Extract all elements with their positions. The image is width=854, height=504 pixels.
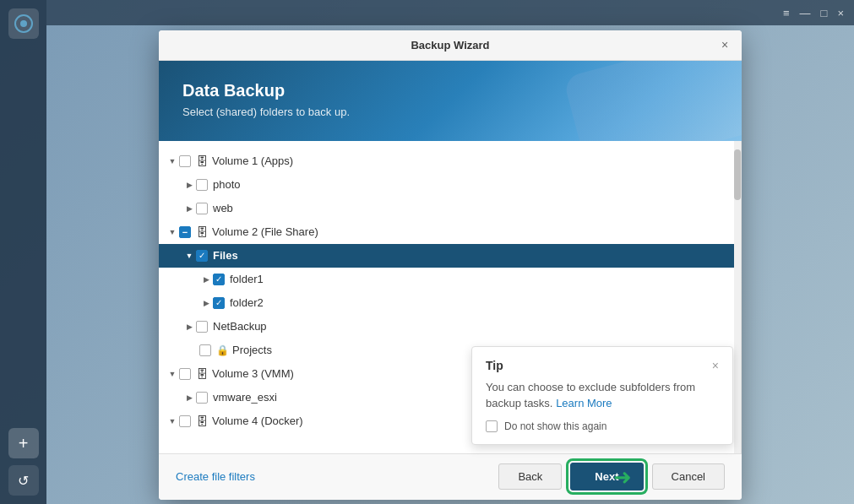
tree-checkbox[interactable]: ✓	[196, 250, 208, 262]
top-bar: ≡ — □ ×	[46, 0, 854, 25]
close-icon[interactable]: ×	[837, 7, 844, 19]
expand-icon[interactable]: ▶	[182, 320, 196, 333]
modal-title: Backup Wizard	[411, 39, 489, 51]
item-label: web	[213, 202, 233, 214]
volume-icon: 🗄	[196, 225, 208, 239]
tip-do-not-show-checkbox[interactable]	[486, 420, 498, 432]
scrollbar-thumb[interactable]	[734, 149, 741, 200]
item-label: Volume 4 (Docker)	[212, 415, 303, 427]
expand-icon[interactable]: ▶	[182, 391, 196, 404]
modal-footer: Create file filters ➜ Back Next Cancel	[159, 453, 742, 500]
tree-checkbox[interactable]	[199, 344, 211, 356]
tree-item[interactable]: ▶ ✓ folder1	[159, 268, 741, 291]
expand-icon[interactable]: ▶	[199, 296, 213, 310]
backup-wizard-modal: Backup Wizard × Data Backup Select (shar…	[159, 30, 742, 500]
tip-footer: Do not show this again	[486, 420, 719, 432]
arrow-indicator: ➜	[613, 463, 632, 490]
tip-close-button[interactable]: ×	[712, 360, 719, 371]
modal-titlebar: Backup Wizard ×	[159, 30, 742, 61]
cancel-button[interactable]: Cancel	[652, 463, 725, 490]
expand-icon[interactable]: ▼	[166, 415, 179, 428]
expand-icon[interactable]: ▶	[182, 202, 196, 215]
create-file-filters-link[interactable]: Create file filters	[176, 470, 255, 483]
tree-checkbox[interactable]	[196, 392, 208, 404]
menu-icon[interactable]: ≡	[783, 7, 790, 19]
item-label: photo	[213, 178, 241, 191]
tree-checkbox[interactable]: −	[179, 226, 191, 238]
modal-overlay: Backup Wizard × Data Backup Select (shar…	[46, 25, 854, 504]
tree-checkbox[interactable]	[179, 368, 191, 380]
footer-right: ➜ Back Next Cancel	[498, 463, 725, 490]
history-button[interactable]: ↺	[8, 465, 39, 496]
expand-icon[interactable]: ▼	[166, 367, 179, 381]
expand-icon[interactable]: ▶	[199, 273, 213, 286]
svg-point-1	[20, 20, 27, 27]
tree-item[interactable]: ▼ 🗄 Volume 1 (Apps)	[159, 149, 741, 173]
header-title: Data Backup	[182, 81, 718, 100]
expand-icon[interactable]: ▼	[166, 154, 179, 168]
tree-checkbox[interactable]	[196, 321, 208, 333]
maximize-icon[interactable]: □	[821, 7, 828, 19]
tree-checkbox[interactable]	[196, 179, 208, 191]
volume-icon: 🗄	[196, 154, 208, 168]
footer-left: Create file filters	[176, 470, 255, 483]
expand-icon[interactable]: ▶	[182, 178, 196, 192]
tip-header: Tip ×	[486, 359, 719, 372]
scrollbar-track[interactable]	[734, 141, 741, 453]
tree-item-selected[interactable]: ▼ ✓ Files	[159, 244, 741, 268]
tree-item[interactable]: ▶ web	[159, 197, 741, 220]
tree-checkbox[interactable]: ✓	[213, 274, 225, 285]
taskbar-app-icon[interactable]	[8, 8, 39, 39]
item-label: Volume 3 (VMM)	[212, 367, 294, 380]
tree-item[interactable]: ▶ NetBackup	[159, 315, 741, 339]
modal-close-button[interactable]: ×	[716, 36, 733, 53]
tip-text: You can choose to exclude subfolders fro…	[486, 379, 719, 412]
volume-icon: 🗄	[196, 367, 208, 381]
item-label: folder2	[230, 296, 264, 309]
taskbar: + ↺	[0, 0, 46, 504]
tree-item[interactable]: ▶ ✓ folder2	[159, 291, 741, 315]
next-arrow-icon: ➜	[613, 463, 632, 489]
item-label: Files	[213, 249, 238, 262]
tree-item[interactable]: ▼ − 🗄 Volume 2 (File Share)	[159, 220, 741, 244]
item-label: Volume 2 (File Share)	[212, 225, 318, 238]
tip-title: Tip	[486, 359, 503, 372]
tree-checkbox[interactable]	[179, 155, 191, 167]
tip-popup: Tip × You can choose to exclude subfolde…	[471, 346, 733, 445]
lock-icon: 🔒	[216, 344, 229, 356]
header-subtitle: Select (shared) folders to back up.	[182, 106, 718, 118]
back-button[interactable]: Back	[498, 463, 562, 490]
next-button[interactable]: Next	[570, 463, 643, 490]
tree-item[interactable]: ▶ photo	[159, 173, 741, 197]
minimize-icon[interactable]: —	[800, 7, 811, 19]
tree-checkbox[interactable]: ✓	[213, 297, 225, 309]
expand-icon[interactable]: ▼	[182, 249, 196, 263]
tip-checkbox-label: Do not show this again	[504, 420, 607, 432]
taskbar-bottom: + ↺	[8, 428, 39, 496]
tree-checkbox[interactable]	[179, 415, 191, 427]
learn-more-link[interactable]: Learn More	[556, 397, 612, 409]
item-label: vmware_esxi	[213, 391, 277, 404]
item-label: NetBackup	[213, 320, 267, 333]
expand-icon[interactable]: ▼	[166, 225, 179, 239]
item-label: Volume 1 (Apps)	[212, 154, 293, 167]
volume-icon: 🗄	[196, 415, 208, 428]
modal-header: Data Backup Select (shared) folders to b…	[159, 61, 742, 141]
item-label: folder1	[230, 273, 264, 285]
item-label: Projects	[232, 344, 272, 356]
add-button[interactable]: +	[8, 428, 39, 458]
tree-checkbox[interactable]	[196, 203, 208, 214]
